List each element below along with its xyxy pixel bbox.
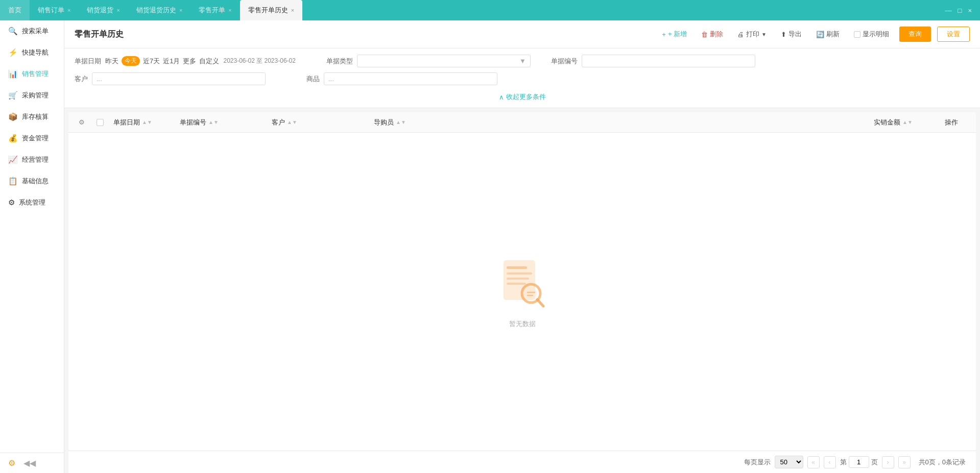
refresh-button[interactable]: 🔄 刷新 (812, 28, 844, 41)
per-page-select[interactable]: 50 20 100 (775, 456, 803, 468)
customer-input[interactable]: ... (92, 72, 266, 85)
sidebar-item-finance[interactable]: 💰 资金管理 (0, 128, 64, 149)
table-settings-icon[interactable]: ⚙ (73, 118, 91, 126)
tab-sales-return[interactable]: 销货退货 × (79, 0, 128, 20)
col-amount-label: 实销金额 (874, 118, 900, 127)
col-action: 操作 (931, 118, 972, 127)
export-button[interactable]: ⬆ 导出 (777, 28, 806, 41)
more-date-option[interactable]: 更多 (183, 57, 196, 66)
tab-sales-order-close[interactable]: × (67, 7, 70, 13)
print-button[interactable]: 🖨 打印 ▼ (733, 28, 771, 41)
page-header: 零售开单历史 + + 新增 🗑 删除 🖨 打印 ▼ ⬆ 导出 (64, 20, 980, 48)
table-header: ⚙ 单据日期 ▲▼ 单据编号 ▲▼ 客户 ▲▼ (68, 112, 976, 133)
col-action-label: 操作 (945, 118, 958, 127)
table-checkbox-all[interactable] (91, 119, 109, 126)
page-title: 零售开单历史 (75, 29, 124, 40)
sidebar-item-quick-nav[interactable]: ⚡ 快捷导航 (0, 42, 64, 63)
print-label: 打印 (746, 30, 759, 39)
delete-button[interactable]: 🗑 删除 (697, 28, 727, 41)
tab-retail-open-history-label: 零售开单历史 (248, 6, 288, 15)
window-restore[interactable]: □ (958, 7, 962, 14)
setting-button[interactable]: 设置 (937, 27, 970, 42)
yesterday-option[interactable]: 昨天 (105, 57, 118, 66)
collapse-arrow-icon: ∧ (499, 93, 504, 101)
sidebar-collapse-icon[interactable]: ◀◀ (23, 458, 36, 468)
main-layout: 🔍 搜索采单 ⚡ 快捷导航 📊 销售管理 🛒 采购管理 📦 库存核算 💰 资金管… (0, 20, 980, 473)
goods-input[interactable]: ... (324, 72, 497, 85)
page-number-input[interactable] (849, 456, 869, 468)
today-option[interactable]: 今天 (122, 56, 140, 66)
tab-retail-open-close[interactable]: × (228, 7, 231, 13)
filter-row-2: 客户 ... 商品 ... (75, 72, 970, 85)
tab-sales-return-history[interactable]: 销货退货历史 × (128, 0, 190, 20)
doc-type-label: 单据类型 (326, 57, 353, 66)
window-close[interactable]: × (968, 7, 972, 14)
col-date[interactable]: 单据日期 ▲▼ (109, 118, 176, 127)
doc-type-select[interactable]: ▼ (357, 55, 531, 67)
display-label: 显示明细 (863, 30, 889, 39)
tab-sales-return-close[interactable]: × (116, 7, 119, 13)
sales-mgmt-icon: 📊 (8, 69, 18, 79)
operations-icon: 📈 (8, 155, 18, 164)
add-button[interactable]: + + 新增 (658, 28, 691, 41)
col-customer-sort-icon: ▲▼ (287, 120, 297, 125)
sidebar-item-sales-mgmt[interactable]: 📊 销售管理 (0, 63, 64, 85)
col-number[interactable]: 单据编号 ▲▼ (176, 118, 268, 127)
sidebar-item-base-info[interactable]: 📋 基础信息 (0, 170, 64, 192)
sidebar-item-inventory[interactable]: 📦 库存核算 (0, 106, 64, 128)
window-minimize[interactable]: — (945, 7, 952, 14)
tab-retail-open-history-close[interactable]: × (291, 7, 294, 13)
sidebar-item-purchase-mgmt[interactable]: 🛒 采购管理 (0, 85, 64, 106)
last-page-button[interactable]: » (898, 456, 911, 468)
base-info-icon: 📋 (8, 177, 18, 186)
delete-label: 删除 (710, 30, 723, 39)
tab-sales-order[interactable]: 销售订单 × (30, 0, 79, 20)
finance-icon: 💰 (8, 134, 18, 143)
collapse-button[interactable]: ∧ 收起更多条件 (499, 92, 546, 102)
empty-text: 暂无数据 (509, 319, 536, 329)
sidebar-item-purchase-mgmt-label: 采购管理 (22, 91, 49, 100)
display-detail-button[interactable]: 显示明细 (850, 28, 893, 41)
col-customer[interactable]: 客户 ▲▼ (268, 118, 370, 127)
date-options: 昨天 今天 近7天 近1月 更多 自定义 (105, 56, 219, 66)
empty-state-svg (494, 255, 551, 311)
custom-date-option[interactable]: 自定义 (199, 57, 219, 66)
sidebar-item-operations[interactable]: 📈 经营管理 (0, 149, 64, 170)
doc-type-filter-group: 单据类型 ▼ (326, 55, 531, 67)
sidebar-settings-icon[interactable]: ⚙ (8, 458, 15, 468)
system-mgmt-icon: ⚙ (8, 198, 15, 207)
col-guide[interactable]: 导购员 ▲▼ (370, 118, 446, 127)
prev-page-button[interactable]: ‹ (824, 456, 836, 468)
purchase-mgmt-icon: 🛒 (8, 91, 18, 100)
query-button[interactable]: 查询 (899, 27, 931, 42)
col-date-sort-icon: ▲▼ (142, 120, 152, 125)
col-amount[interactable]: 实销金额 ▲▼ (870, 118, 931, 127)
refresh-icon: 🔄 (816, 31, 824, 38)
sidebar: 🔍 搜索采单 ⚡ 快捷导航 📊 销售管理 🛒 采购管理 📦 库存核算 💰 资金管… (0, 20, 64, 473)
customer-filter-group: 客户 ... (75, 72, 266, 85)
tab-home[interactable]: 首页 (0, 0, 30, 20)
tab-sales-return-history-close[interactable]: × (179, 7, 182, 13)
sidebar-item-sales-mgmt-label: 销售管理 (22, 69, 49, 79)
goods-filter-group: 商品 ... (306, 72, 497, 85)
empty-illustration: 暂无数据 (494, 255, 551, 329)
toolbar-actions: + + 新增 🗑 删除 🖨 打印 ▼ ⬆ 导出 🔄 (658, 27, 970, 42)
week-option[interactable]: 近7天 (143, 57, 160, 66)
month-option[interactable]: 近1月 (163, 57, 180, 66)
next-page-button[interactable]: › (882, 456, 894, 468)
doc-type-arrow-icon: ▼ (519, 57, 526, 65)
top-tab-bar: 首页 销售订单 × 销货退货 × 销货退货历史 × 零售开单 × 零售开单历史 … (0, 0, 980, 20)
total-info: 共0页，0条记录 (919, 458, 966, 467)
sidebar-item-search[interactable]: 🔍 搜索采单 (0, 20, 64, 42)
sidebar-item-system-mgmt-label: 系统管理 (19, 198, 45, 207)
doc-no-input[interactable] (582, 55, 755, 67)
sidebar-bottom: ⚙ ◀◀ (0, 453, 64, 473)
doc-no-label: 单据编号 (551, 57, 578, 66)
sidebar-item-system-mgmt[interactable]: ⚙ 系统管理 (0, 192, 64, 213)
content-area: 零售开单历史 + + 新增 🗑 删除 🖨 打印 ▼ ⬆ 导出 (64, 20, 980, 473)
svg-rect-4 (507, 283, 526, 285)
first-page-button[interactable]: « (807, 456, 820, 468)
tab-retail-open-history[interactable]: 零售开单历史 × (240, 0, 302, 20)
tab-retail-open[interactable]: 零售开单 × (190, 0, 240, 20)
select-all-checkbox[interactable] (97, 119, 104, 126)
